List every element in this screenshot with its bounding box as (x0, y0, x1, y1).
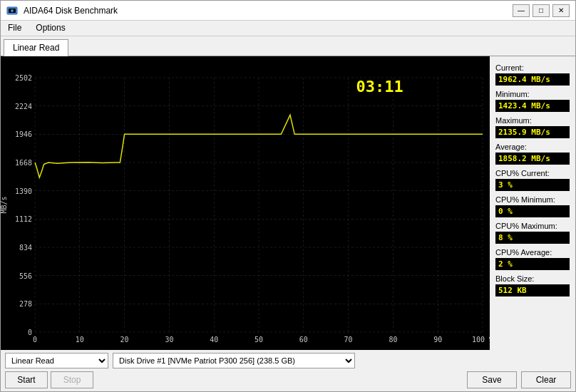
main-window: AIDA64 Disk Benchmark — □ ✕ File Options… (0, 0, 576, 392)
block-size-label: Block Size: (495, 274, 570, 283)
test-type-select[interactable]: Linear Read Random Read Random Write (5, 353, 108, 368)
controls-row2: Start Stop Save Clear (5, 371, 571, 388)
maximize-button[interactable]: □ (533, 4, 550, 17)
minimum-value: 1423.4 MB/s (495, 100, 570, 112)
bottom-section: Linear Read Random Read Random Write Dis… (1, 350, 575, 391)
chart-area (1, 56, 490, 350)
window-title: AIDA64 Disk Benchmark (24, 6, 118, 16)
minimum-label: Minimum: (495, 90, 570, 98)
title-bar-left: AIDA64 Disk Benchmark (6, 5, 118, 16)
cpu-maximum-value: 8 % (495, 232, 570, 244)
save-button[interactable]: Save (467, 371, 517, 388)
save-clear-buttons: Save Clear (467, 371, 571, 388)
title-bar-controls: — □ ✕ (513, 4, 570, 17)
cpu-minimum-label: CPU% Minimum: (495, 195, 570, 204)
svg-point-2 (11, 9, 14, 12)
tab-bar: Linear Read (1, 36, 575, 56)
current-value: 1962.4 MB/s (495, 73, 570, 86)
start-stop-buttons: Start Stop (5, 371, 93, 388)
menu-options[interactable]: Options (31, 22, 69, 34)
controls-row1: Linear Read Random Read Random Write Dis… (5, 353, 571, 368)
tab-linear-read[interactable]: Linear Read (4, 39, 68, 56)
menu-file[interactable]: File (4, 22, 26, 34)
sidebar-stats: Current: 1962.4 MB/s Minimum: 1423.4 MB/… (490, 56, 575, 350)
app-icon (6, 5, 18, 16)
minimize-button[interactable]: — (513, 4, 530, 17)
stop-button[interactable]: Stop (51, 371, 93, 388)
cpu-current-value: 3 % (495, 179, 570, 191)
content-area: Current: 1962.4 MB/s Minimum: 1423.4 MB/… (1, 56, 575, 350)
menu-bar: File Options (1, 21, 575, 36)
average-label: Average: (495, 143, 570, 151)
cpu-maximum-label: CPU% Maximum: (495, 222, 570, 230)
title-bar: AIDA64 Disk Benchmark — □ ✕ (1, 1, 575, 21)
cpu-minimum-value: 0 % (495, 205, 570, 217)
current-label: Current: (495, 63, 570, 72)
close-button[interactable]: ✕ (552, 4, 570, 17)
maximum-value: 2135.9 MB/s (495, 126, 570, 138)
block-size-value: 512 KB (495, 284, 570, 296)
start-button[interactable]: Start (5, 371, 48, 388)
cpu-average-value: 2 % (495, 258, 570, 270)
clear-button[interactable]: Clear (521, 371, 571, 388)
disk-select[interactable]: Disk Drive #1 [NVMe Patriot P300 256] (2… (113, 353, 355, 368)
maximum-label: Maximum: (495, 116, 570, 125)
cpu-average-label: CPU% Average: (495, 248, 570, 257)
cpu-current-label: CPU% Current: (495, 169, 570, 177)
benchmark-chart (1, 56, 490, 350)
average-value: 1858.2 MB/s (495, 153, 570, 165)
